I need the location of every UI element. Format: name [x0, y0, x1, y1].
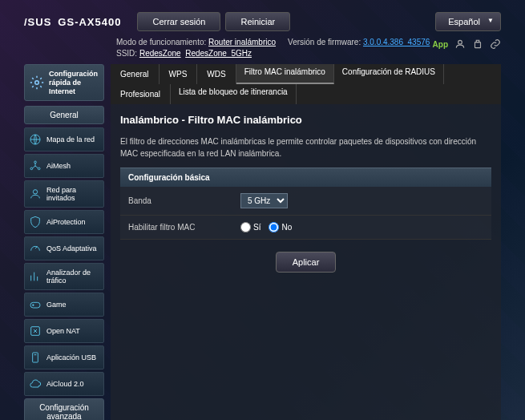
sidebar: Configuración rápida de Internet General… [24, 64, 104, 420]
user-icon[interactable] [454, 38, 466, 50]
sidebar-item-label: Aplicación USB [46, 353, 96, 361]
shield-icon [29, 216, 42, 228]
panel-description: El filtro de direcciones MAC inalámbrica… [120, 135, 491, 160]
sidebar-item-traffic[interactable]: Analizador de tráfico [24, 263, 104, 290]
no-text: No [281, 223, 292, 232]
app-badge[interactable]: App [433, 40, 448, 49]
firmware-link[interactable]: 3.0.0.4.386_43576 [363, 38, 430, 46]
svg-rect-2 [476, 40, 479, 42]
header: /SUS GS-AX5400 Cerrar sesión Reiniciar E… [24, 12, 501, 31]
sidebar-item-label: AiProtection [46, 218, 86, 226]
svg-point-5 [34, 161, 37, 164]
quick-setup-label: Configuración rápida de Internet [49, 70, 99, 95]
speedometer-icon [29, 242, 42, 255]
model-text: GS-AX5400 [58, 16, 121, 28]
panel-title: Inalámbrico - Filtro MAC inalámbrico [120, 114, 491, 126]
radio-yes-label[interactable]: Sí [240, 222, 260, 232]
svg-point-0 [458, 40, 462, 44]
advanced-section-title: Configuración avanzada [24, 398, 104, 420]
svg-rect-1 [475, 42, 481, 48]
sidebar-item-label: Red para invitados [46, 186, 99, 202]
header-icons: App [433, 38, 501, 50]
config-section-header: Configuración básica [120, 168, 491, 187]
config-row-band: Banda 5 GHz [120, 187, 491, 216]
guest-icon [29, 188, 42, 200]
brand-text: /SUS [24, 16, 51, 28]
sidebar-item-label: AiCloud 2.0 [46, 380, 84, 388]
sidebar-item-label: Open NAT [46, 327, 80, 335]
mesh-icon [29, 160, 42, 172]
usb-app-icon [29, 351, 42, 364]
mode-label: Modo de funcionamiento: [116, 38, 206, 46]
tab-professional[interactable]: Profesional [111, 84, 171, 104]
quick-setup-button[interactable]: Configuración rápida de Internet [24, 64, 104, 101]
sidebar-item-label: AiMesh [46, 162, 71, 170]
nat-icon [29, 325, 42, 337]
tab-roaming[interactable]: Lista de bloqueo de itinerancia [171, 84, 297, 104]
sidebar-item-label: Game [46, 301, 67, 309]
svg-point-3 [35, 81, 39, 85]
yes-text: Sí [253, 223, 260, 232]
sidebar-item-label: QoS Adaptativa [46, 244, 97, 252]
content-panel: General WPS WDS Filtro MAC inalámbrico C… [111, 64, 501, 420]
tabs: General WPS WDS Filtro MAC inalámbrico C… [111, 64, 501, 104]
sidebar-item-label: Analizador de tráfico [46, 269, 99, 285]
logo: /SUS GS-AX5400 [24, 16, 121, 28]
sidebar-item-aiprotection[interactable]: AiProtection [24, 210, 104, 234]
svg-point-6 [30, 168, 33, 170]
sidebar-item-usb[interactable]: Aplicación USB [24, 345, 104, 370]
gear-icon [30, 75, 44, 90]
cloud-icon [29, 378, 42, 390]
svg-rect-9 [30, 303, 40, 309]
apply-button[interactable]: Aplicar [276, 252, 337, 273]
band-label: Banda [128, 196, 240, 205]
config-row-enable: Habilitar filtro MAC Sí No [120, 216, 491, 240]
tab-wds[interactable]: WDS [197, 64, 236, 84]
sidebar-item-aicloud[interactable]: AiCloud 2.0 [24, 372, 104, 396]
tab-general[interactable]: General [111, 64, 160, 84]
general-section-title: General [24, 106, 104, 124]
radio-no-label[interactable]: No [269, 222, 292, 232]
radio-no[interactable] [269, 222, 279, 232]
sidebar-item-aimesh[interactable]: AiMesh [24, 154, 104, 178]
gamepad-icon [29, 298, 42, 311]
band-select[interactable]: 5 GHz [240, 193, 288, 208]
ssid2-link[interactable]: RedesZone_5GHz [185, 49, 252, 58]
info-row-2: SSID: RedesZone RedesZone_5GHz [116, 49, 501, 58]
link-icon[interactable] [490, 38, 501, 50]
enable-label: Habilitar filtro MAC [128, 223, 240, 232]
radio-yes[interactable] [240, 222, 251, 232]
sidebar-item-label: Mapa de la red [46, 135, 95, 143]
chart-icon [29, 270, 42, 283]
language-label: Español [448, 17, 480, 26]
sidebar-item-game[interactable]: Game [24, 293, 104, 317]
ssid-label: SSID: [116, 49, 137, 58]
globe-icon [29, 133, 42, 146]
svg-point-8 [33, 190, 37, 194]
ssid1-link[interactable]: RedesZone [139, 49, 181, 58]
sidebar-item-opennat[interactable]: Open NAT [24, 319, 104, 343]
fw-label: Versión de firmware: [288, 38, 361, 46]
sidebar-item-network-map[interactable]: Mapa de la red [24, 127, 104, 151]
svg-rect-11 [33, 353, 38, 362]
tab-radius[interactable]: Configuración de RADIUS [334, 64, 444, 84]
usb-icon[interactable] [472, 38, 483, 50]
language-select[interactable]: Español [435, 12, 501, 31]
tab-wps[interactable]: WPS [160, 64, 198, 84]
reboot-button[interactable]: Reiniciar [225, 12, 290, 31]
tab-mac-filter[interactable]: Filtro MAC inalámbrico [236, 64, 334, 84]
svg-point-7 [38, 168, 40, 170]
logout-button[interactable]: Cerrar sesión [137, 12, 220, 31]
sidebar-item-guest[interactable]: Red para invitados [24, 180, 104, 208]
mode-link[interactable]: Router inalámbrico [208, 38, 276, 46]
sidebar-item-qos[interactable]: QoS Adaptativa [24, 236, 104, 260]
